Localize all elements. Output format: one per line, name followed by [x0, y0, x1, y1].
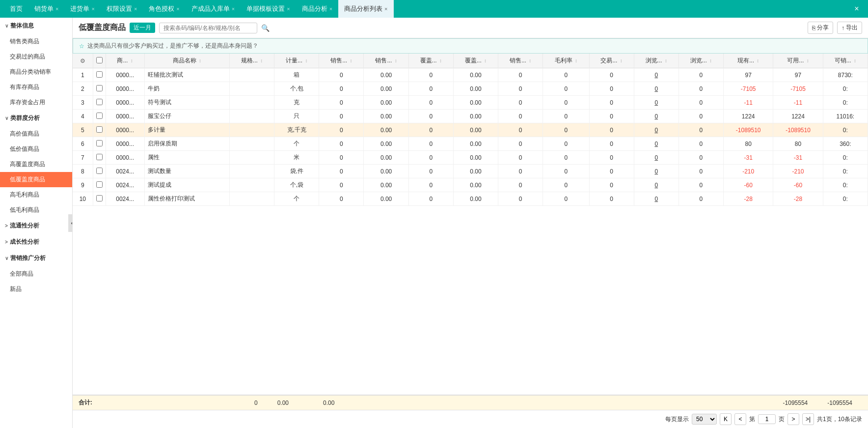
prev-page-button[interactable]: < [734, 413, 746, 425]
row-checkbox[interactable] [93, 82, 106, 96]
row-checkbox[interactable] [93, 165, 106, 178]
row-view1: 0 [634, 123, 678, 137]
sidebar-item-high-profit[interactable]: 高毛利商品 [0, 187, 72, 202]
row-checkbox[interactable] [93, 68, 106, 82]
sidebar-item-category-rate[interactable]: 商品分类动销率 [0, 64, 72, 80]
sidebar-collapse-button[interactable]: « [68, 214, 73, 232]
sidebar-section-chengzhang[interactable]: > 成长性分析 [0, 234, 72, 250]
row-select-checkbox[interactable] [96, 71, 103, 78]
row-cover1: 0 [408, 110, 453, 123]
nav-product-entry[interactable]: 产成品入库单 × [186, 0, 241, 18]
nav-purchase-order-close[interactable]: × [91, 6, 94, 12]
nav-template-settings[interactable]: 单据模板设置 × [241, 0, 296, 18]
col-available[interactable]: 可用... ↕ [773, 54, 823, 68]
row-view1: 0 [634, 110, 678, 123]
sidebar-item-high-coverage[interactable]: 高覆盖度商品 [0, 157, 72, 172]
nav-product-entry-close[interactable]: × [232, 6, 235, 12]
nav-purchase-order[interactable]: 进货单 × [64, 0, 100, 18]
sidebar-item-all-goods[interactable]: 全部商品 [0, 266, 72, 282]
row-select-checkbox[interactable] [96, 126, 103, 133]
nav-role-close[interactable]: × [176, 6, 179, 12]
col-checkbox-header[interactable] [93, 54, 106, 68]
col-saleable[interactable]: 可销... ↕ [823, 54, 868, 68]
col-gross-rate[interactable]: 毛利率 ↕ [543, 54, 589, 68]
sidebar-item-high-value[interactable]: 高价值商品 [0, 126, 72, 142]
col-settings[interactable]: ⚙ [73, 54, 93, 68]
sidebar-section-yingxiao[interactable]: ∨ 营销推广分析 [0, 250, 72, 266]
row-select-checkbox[interactable] [96, 181, 103, 188]
nav-permission-close[interactable]: × [134, 6, 137, 12]
col-cover1[interactable]: 覆盖... ↕ [408, 54, 453, 68]
export-button[interactable]: ↑ 导出 [837, 22, 862, 34]
current-page-input[interactable] [758, 414, 776, 424]
row-checkbox[interactable] [93, 178, 106, 192]
share-button[interactable]: ⎘ 分享 [808, 22, 833, 34]
sidebar-item-stock-goods[interactable]: 有库存商品 [0, 80, 72, 95]
row-view2: 0 [678, 192, 723, 206]
sidebar-item-low-profit[interactable]: 低毛利商品 [0, 202, 72, 218]
row-checkbox[interactable] [93, 123, 106, 137]
search-button[interactable]: 🔍 [261, 24, 270, 32]
col-name[interactable]: 商品名称 ↕ [144, 54, 229, 68]
page-size-select[interactable]: 10 20 50 100 [692, 414, 717, 425]
row-number: 10 [73, 192, 93, 206]
sidebar-item-sales-goods[interactable]: 销售类商品 [0, 34, 72, 49]
row-current: -7105 [724, 82, 773, 96]
row-code: 0000... [106, 96, 144, 110]
row-select-checkbox[interactable] [96, 168, 103, 174]
row-checkbox[interactable] [93, 137, 106, 151]
col-current[interactable]: 现有... ↕ [724, 54, 773, 68]
nav-template-close[interactable]: × [287, 6, 290, 12]
row-checkbox[interactable] [93, 151, 106, 165]
row-checkbox[interactable] [93, 110, 106, 123]
col-transaction[interactable]: 交易... ↕ [589, 54, 634, 68]
row-select-checkbox[interactable] [96, 140, 103, 146]
nav-home[interactable]: 首页 [4, 0, 28, 18]
row-select-checkbox[interactable] [96, 99, 103, 105]
row-checkbox[interactable] [93, 96, 106, 110]
next-page-button[interactable]: > [787, 413, 799, 425]
row-checkbox[interactable] [93, 192, 106, 206]
sidebar-item-low-coverage[interactable]: 低覆盖度商品 [0, 172, 72, 187]
nav-analysis-close[interactable]: × [329, 6, 332, 12]
col-sales-count[interactable]: 销售... ↕ [319, 54, 364, 68]
nav-product-analysis-list[interactable]: 商品分析列表 × [338, 0, 393, 18]
col-code[interactable]: 商... ↕ [106, 54, 144, 68]
nav-role-auth[interactable]: 角色授权 × [143, 0, 185, 18]
col-sales-amount[interactable]: 销售... ↕ [364, 54, 408, 68]
nav-sales-order[interactable]: 销货单 × [28, 0, 64, 18]
sidebar-section-zhengti[interactable]: ∨ 整体信息 [0, 18, 72, 34]
col-view2[interactable]: 浏览... ↕ [678, 54, 723, 68]
sidebar-section-category[interactable]: ∨ 类群度分析 [0, 110, 72, 126]
nav-product-analysis[interactable]: 商品分析 × [296, 0, 338, 18]
nav-permission-settings[interactable]: 权限设置 × [101, 0, 143, 18]
col-spec[interactable]: 规格... ↕ [229, 54, 274, 68]
col-view1[interactable]: 浏览... ↕ [634, 54, 678, 68]
sidebar-item-low-value[interactable]: 低价值商品 [0, 142, 72, 157]
col-sales3[interactable]: 销售... ↕ [498, 54, 542, 68]
sidebar-item-stock-capital[interactable]: 库存资金占用 [0, 95, 72, 110]
row-select-checkbox[interactable] [96, 195, 103, 201]
row-cover1: 0 [408, 123, 453, 137]
row-sales3: 0 [498, 68, 542, 82]
date-filter-button[interactable]: 近一月 [130, 23, 155, 33]
col-unit[interactable]: 计量... ↕ [274, 54, 319, 68]
window-close-button[interactable]: × [849, 1, 864, 16]
row-select-checkbox[interactable] [96, 154, 103, 160]
nav-analysis-list-close[interactable]: × [384, 6, 387, 12]
col-cover2[interactable]: 覆盖... ↕ [453, 54, 498, 68]
sidebar-item-traded-goods[interactable]: 交易过的商品 [0, 49, 72, 64]
select-all-checkbox[interactable] [96, 57, 103, 63]
row-sales-count: 0 [319, 96, 364, 110]
nav-sales-order-close[interactable]: × [55, 6, 58, 12]
row-select-checkbox[interactable] [96, 85, 103, 91]
row-view2: 0 [678, 68, 723, 82]
data-table: ⚙ 商... ↕ 商品名称 ↕ 规格... ↕ 计量... ↕ 销售... ↕ … [73, 54, 868, 206]
search-input[interactable] [159, 23, 257, 33]
last-page-button[interactable]: >| [802, 413, 814, 425]
sidebar-section-liutong[interactable]: > 流通性分析 [0, 218, 72, 234]
sidebar-item-new-goods[interactable]: 新品 [0, 282, 72, 297]
first-page-button[interactable]: K [720, 413, 732, 425]
row-spec [229, 123, 274, 137]
row-select-checkbox[interactable] [96, 113, 103, 119]
